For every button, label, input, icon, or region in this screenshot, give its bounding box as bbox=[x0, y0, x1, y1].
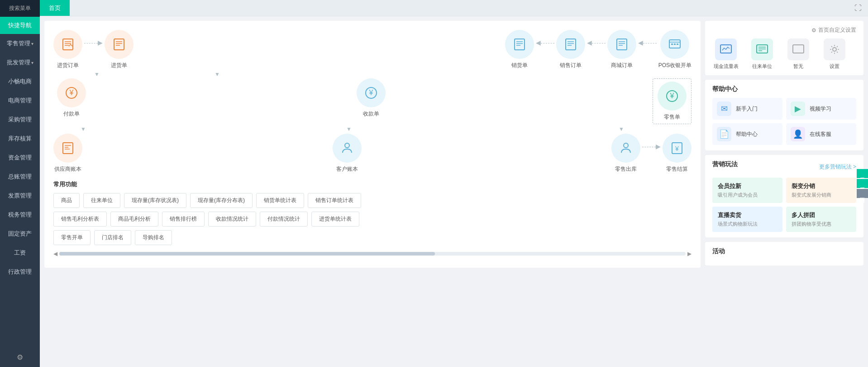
sidebar: 搜索菜单 快捷导航 零售管理 ▾ 批发管理 ▾ 小畅电商 电商管理 采购管理 库… bbox=[0, 0, 40, 367]
sidebar-item-inventory[interactable]: 库存核算 bbox=[0, 129, 40, 148]
svg-rect-44 bbox=[793, 45, 804, 53]
sidebar-item-ecom-small[interactable]: 小畅电商 bbox=[0, 72, 40, 91]
scroll-right-arrow[interactable]: ▶ bbox=[687, 251, 692, 257]
node-kehu[interactable]: 客户账本 bbox=[333, 134, 362, 173]
sidebar-item-finance[interactable]: 资金管理 bbox=[0, 148, 40, 167]
node-lingshouchu[interactable]: 零售出库 bbox=[611, 134, 640, 173]
marketing-live-desc: 场景式购物新玩法 bbox=[718, 221, 777, 227]
sidebar-item-admin[interactable]: 行政管理 bbox=[0, 262, 40, 281]
chevron-down-icon: ▾ bbox=[31, 41, 33, 46]
none-icon bbox=[787, 39, 809, 60]
float-btn-desktop[interactable]: 桌面快捷 bbox=[857, 189, 868, 198]
gear-icon: ⚙ bbox=[811, 27, 816, 34]
node-xiaoshou-dingdan[interactable]: 销售订单 bbox=[556, 30, 585, 69]
node-lingshoujs[interactable]: ¥ 零售结算 bbox=[663, 134, 692, 173]
func-btn-order-stat[interactable]: 销售订单统计表 bbox=[308, 193, 361, 208]
func-btn-purchase-stat[interactable]: 进货单统计表 bbox=[311, 212, 359, 227]
help-item-video[interactable]: ▶ 视频学习 bbox=[786, 98, 856, 120]
sidebar-item-retail[interactable]: 零售管理 ▾ bbox=[0, 34, 40, 53]
func-btn-receipt-stat[interactable]: 收款情况统计 bbox=[208, 212, 256, 227]
sidebar-item-invoice[interactable]: 发票管理 bbox=[0, 186, 40, 205]
fullscreen-icon[interactable]: ⛶ bbox=[853, 2, 863, 14]
float-btn-community[interactable]: 服务社区 bbox=[857, 179, 868, 188]
node-fukuan[interactable]: ¥ 付款单 bbox=[53, 78, 90, 118]
sidebar-item-tax[interactable]: 税务管理 bbox=[0, 205, 40, 224]
node-gongyingshang[interactable]: 供应商账本 bbox=[53, 134, 82, 173]
node-xiaohuo[interactable]: 销货单 bbox=[505, 30, 534, 69]
tab-home[interactable]: 首页 bbox=[40, 0, 70, 16]
help-center-title: 帮助中心 bbox=[712, 85, 856, 93]
svg-text:¥: ¥ bbox=[670, 92, 674, 100]
xiaoshouddingdan-icon bbox=[556, 30, 585, 59]
sidebar-item-ecom-small-label: 小畅电商 bbox=[8, 77, 32, 86]
help-item-beginner[interactable]: ✉ 新手入门 bbox=[712, 98, 782, 120]
scroll-track[interactable] bbox=[59, 252, 686, 256]
sidebar-item-purchase[interactable]: 采购管理 bbox=[0, 110, 40, 129]
service-icon: 👤 bbox=[791, 127, 805, 141]
help-item-service[interactable]: 👤 在线客服 bbox=[786, 123, 856, 145]
node-pos[interactable]: POS收银开单 bbox=[658, 30, 692, 69]
func-btn-gross1[interactable]: 销售毛利分析表 bbox=[53, 212, 107, 227]
quick-icon-settings[interactable]: 设置 bbox=[821, 39, 848, 70]
sidebar-quicknav[interactable]: 快捷导航 bbox=[0, 17, 40, 34]
marketing-group-desc: 拼团购物享受优惠 bbox=[792, 221, 851, 227]
marketing-group[interactable]: 多人拼团 拼团购物享受优惠 bbox=[786, 207, 856, 232]
none-label: 暂无 bbox=[793, 63, 803, 70]
custom-settings-link[interactable]: ⚙ 首页自定义设置 bbox=[811, 26, 856, 34]
func-btn-stock2[interactable]: 现存量(库存分布表) bbox=[190, 193, 253, 208]
func-btn-retail-order[interactable]: 零售开单 bbox=[53, 230, 91, 245]
func-btn-rank[interactable]: 销售排行榜 bbox=[162, 212, 205, 227]
svg-point-35 bbox=[345, 143, 349, 148]
node-jinhuoddun[interactable]: 进货订单 bbox=[53, 30, 82, 69]
marketing-live[interactable]: 直播卖货 场景式购物新玩法 bbox=[712, 207, 782, 232]
settings-quick-label: 设置 bbox=[830, 63, 839, 70]
func-btn-partners[interactable]: 往来单位 bbox=[83, 193, 120, 208]
svg-rect-12 bbox=[566, 39, 576, 50]
marketing-fission[interactable]: 裂变分销 裂变式发展分销商 bbox=[786, 178, 856, 203]
func-row-3: 零售开单 门店排名 导购排名 bbox=[53, 230, 692, 245]
sidebar-item-ecom-mgmt[interactable]: 电商管理 bbox=[0, 91, 40, 110]
sidebar-search[interactable]: 搜索菜单 bbox=[0, 0, 40, 17]
quick-access-header: ⚙ 首页自定义设置 bbox=[712, 26, 856, 34]
scroll-left-arrow[interactable]: ◀ bbox=[53, 251, 57, 257]
float-btn-service[interactable]: 客服热线 bbox=[857, 169, 868, 178]
more-marketing-link[interactable]: 更多营销玩法 > bbox=[819, 163, 856, 171]
cashflow-label: 现金流量表 bbox=[714, 63, 739, 70]
svg-rect-16 bbox=[617, 39, 627, 50]
service-label: 在线客服 bbox=[810, 130, 831, 138]
jinhuodan-icon bbox=[105, 30, 134, 59]
sidebar-item-payroll[interactable]: 工资 bbox=[0, 243, 40, 262]
shoukuandan-label: 收款单 bbox=[363, 110, 379, 118]
node-shangcheng[interactable]: 商城订单 bbox=[607, 30, 636, 69]
settings-icon[interactable]: ⚙ bbox=[0, 348, 40, 367]
func-btn-store-rank[interactable]: 门店排名 bbox=[94, 230, 131, 245]
help-item-helpcenter[interactable]: 📄 帮助中心 bbox=[712, 123, 782, 145]
func-btn-goods[interactable]: 商品 bbox=[53, 193, 80, 208]
marketing-member[interactable]: 会员拉新 吸引用户成为会员 bbox=[712, 178, 782, 203]
func-btn-sales-stat[interactable]: 销货单统计表 bbox=[256, 193, 304, 208]
node-lingshou[interactable]: ¥ 零售单 bbox=[658, 82, 687, 121]
jinhuodan-label: 进货单 bbox=[111, 62, 127, 69]
xiaoshoudingdan-label: 销售订单 bbox=[560, 62, 582, 69]
func-btn-stock1[interactable]: 现存量(库存状况表) bbox=[124, 193, 186, 208]
node-shoukuan[interactable]: ¥ 收款单 bbox=[357, 78, 386, 118]
horizontal-scrollbar[interactable]: ◀ ▶ bbox=[53, 249, 692, 259]
float-buttons: 客服热线 服务社区 桌面快捷 bbox=[857, 169, 868, 198]
sidebar-item-assets[interactable]: 固定资产 bbox=[0, 224, 40, 243]
main-area: 首页 ⛶ 进货订单 bbox=[40, 0, 868, 367]
left-panel: 进货订单 ▶ 进货单 bbox=[40, 16, 705, 367]
func-btn-payment-stat[interactable]: 付款情况统计 bbox=[260, 212, 308, 227]
node-jinhuo[interactable]: 进货单 bbox=[105, 30, 134, 69]
marketing-title: 营销玩法 bbox=[712, 160, 738, 169]
func-btn-gross2[interactable]: 商品毛利分析 bbox=[110, 212, 158, 227]
quick-icon-cashflow[interactable]: 现金流量表 bbox=[712, 39, 739, 70]
helpcenter-label: 帮助中心 bbox=[736, 130, 758, 138]
quick-icon-partners[interactable]: 往来单位 bbox=[749, 39, 776, 70]
func-btn-guide-rank[interactable]: 导购排名 bbox=[135, 230, 172, 245]
marketing-member-desc: 吸引用户成为会员 bbox=[718, 192, 777, 198]
quick-icon-none[interactable]: 暂无 bbox=[785, 39, 812, 70]
sidebar-item-wholesale[interactable]: 批发管理 ▾ bbox=[0, 53, 40, 72]
sidebar-item-ledger[interactable]: 总账管理 bbox=[0, 167, 40, 186]
func-row-2: 销售毛利分析表 商品毛利分析 销售排行榜 收款情况统计 付款情况统计 进货单统计… bbox=[53, 212, 692, 227]
settings-quick-icon bbox=[824, 39, 845, 60]
